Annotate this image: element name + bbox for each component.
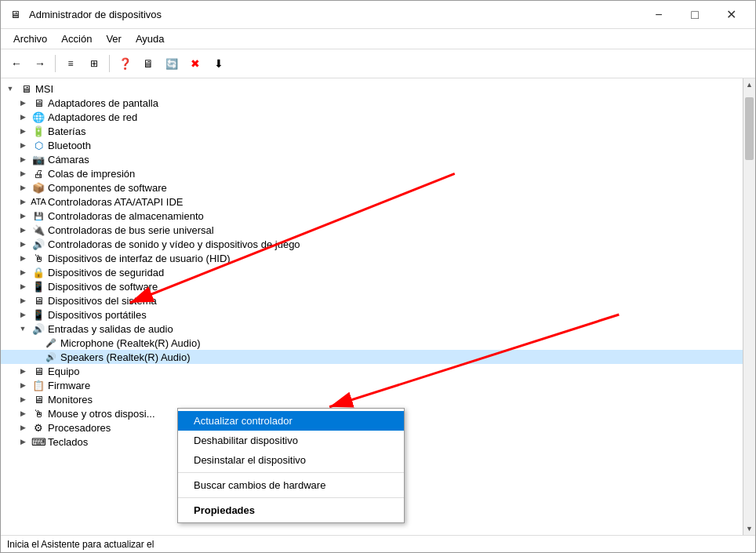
expand-icon[interactable]: ▶ [16, 379, 29, 391]
tree-root[interactable]: ▼ 🖥 MSI [1, 82, 743, 96]
list-item[interactable]: ▼ 🔊 Entradas y salidas de audio [1, 322, 743, 336]
list-item[interactable]: ▶ 🌐 Adaptadores de red [1, 110, 743, 124]
expand-icon[interactable]: ▶ [16, 252, 29, 264]
expand-icon[interactable]: ▶ [16, 407, 29, 420]
expand-icon[interactable]: ▶ [16, 308, 29, 321]
expand-icon[interactable]: ▶ [16, 181, 29, 194]
list-item[interactable]: ▶ 📷 Cámaras [1, 152, 743, 166]
item-label: Dispositivos portátiles [48, 309, 147, 321]
list-item[interactable]: ▶ 🔊 Controladoras de sonido y vídeo y di… [1, 237, 743, 251]
list-item[interactable]: ▶ 🖥 Adaptadores de pantalla [1, 96, 743, 110]
minimize-button[interactable]: − [641, 3, 677, 27]
device-manager-window: 🖥 Administrador de dispositivos − □ ✕ Ar… [0, 0, 756, 553]
list-item[interactable]: ▶ 📱 Dispositivos portátiles [1, 307, 743, 322]
list-item[interactable]: ▶ 🖥 Dispositivos del sistema [1, 293, 743, 307]
expand-icon[interactable]: ▶ [16, 111, 29, 123]
item-icon: ATA [32, 195, 45, 208]
expand-icon[interactable]: ▶ [16, 393, 29, 406]
list-item[interactable]: ▶ ATA Controladoras ATA/ATAPI IDE [1, 195, 743, 209]
item-label: Controladoras de sonido y vídeo y dispos… [48, 238, 300, 250]
maximize-button[interactable]: □ [677, 3, 713, 27]
expand-icon[interactable]: ▶ [16, 167, 29, 180]
item-label: Bluetooth [48, 140, 91, 151]
forward-button[interactable]: → [29, 53, 51, 75]
item-icon: 🖱 [32, 252, 45, 264]
vertical-scrollbar[interactable]: ▲ ▼ [743, 78, 755, 535]
list-item[interactable]: 🎤 Microphone (Realtek(R) Audio) [1, 336, 743, 350]
item-icon: 💾 [32, 209, 45, 222]
item-icon: 🔊 [45, 351, 57, 363]
expand-icon[interactable]: ▶ [16, 266, 29, 278]
toolbar-btn-help[interactable]: ❓ [114, 53, 136, 75]
scroll-down-arrow[interactable]: ▼ [743, 522, 755, 535]
expand-icon[interactable]: ▶ [16, 153, 29, 166]
item-label: Adaptadores de red [48, 111, 137, 123]
menu-ayuda[interactable]: Ayuda [129, 31, 171, 47]
ctx-disable-device[interactable]: Deshabilitar dispositivo [178, 431, 404, 450]
list-item[interactable]: ▶ 🖱 Dispositivos de interfaz de usuario … [1, 251, 743, 265]
expand-icon[interactable]: ▶ [16, 294, 29, 307]
item-label: Baterías [48, 126, 85, 137]
expand-icon[interactable]: ▶ [16, 139, 29, 151]
ctx-properties-label[interactable]: Propiedades [178, 500, 404, 520]
expand-icon[interactable]: ▶ [16, 224, 29, 236]
list-item[interactable]: ▶ 🖨 Colas de impresión [1, 166, 743, 180]
item-icon: 📱 [32, 280, 45, 293]
ctx-scan-hardware[interactable]: Buscar cambios de hardware [178, 475, 404, 495]
expand-icon[interactable]: ▶ [16, 280, 29, 293]
close-button[interactable]: ✕ [713, 3, 749, 27]
toolbar-btn-grid[interactable]: ⊞ [83, 53, 105, 75]
ctx-update-driver[interactable]: Actualizar controlador [178, 411, 404, 431]
list-item[interactable]: ▶ ⬡ Bluetooth [1, 138, 743, 152]
list-item[interactable]: ▶ 📋 Firmware [1, 378, 743, 392]
root-icon: 🖥 [20, 82, 32, 95]
expand-icon[interactable]: ▶ [16, 195, 29, 208]
device-tree[interactable]: ▼ 🖥 MSI ▶ 🖥 Adaptadores de pantalla ▶ 🌐 … [1, 78, 743, 535]
item-label: Teclados [48, 436, 88, 448]
item-label: Entradas y salidas de audio [48, 323, 173, 335]
expand-icon[interactable]: ▶ [16, 209, 29, 222]
item-label: Dispositivos de software [48, 281, 158, 293]
scroll-thumb[interactable] [745, 97, 754, 160]
menu-ver[interactable]: Ver [100, 31, 128, 47]
expand-icon[interactable]: ▶ [16, 96, 29, 109]
item-icon: 📷 [32, 153, 45, 166]
list-item[interactable]: ▶ 🔒 Dispositivos de seguridad [1, 265, 743, 279]
toolbar-sep-2 [109, 55, 110, 72]
expand-icon[interactable]: ▼ [16, 322, 29, 335]
list-item[interactable]: ▶ 📦 Componentes de software [1, 180, 743, 195]
expand-icon[interactable]: ▶ [16, 365, 29, 377]
toolbar-btn-list[interactable]: ≡ [60, 53, 82, 75]
toolbar-btn-remove[interactable]: ✖ [184, 53, 206, 75]
menu-accion[interactable]: Acción [55, 31, 98, 47]
expand-icon[interactable]: ▶ [16, 435, 29, 448]
item-icon: 🖥 [32, 96, 45, 109]
back-button[interactable]: ← [5, 53, 27, 75]
toolbar-btn-update[interactable]: 🔄 [161, 53, 183, 75]
expand-icon[interactable]: ▶ [16, 125, 29, 137]
list-item[interactable]: ▶ 💾 Controladoras de almacenamiento [1, 209, 743, 223]
list-item[interactable]: ▶ 🔌 Controladoras de bus serie universal [1, 223, 743, 237]
list-item[interactable]: ▶ 🖥 Equipo [1, 364, 743, 378]
toolbar-btn-download[interactable]: ⬇ [208, 53, 230, 75]
item-label: Dispositivos de interfaz de usuario (HID… [48, 253, 231, 264]
item-icon: 🎤 [45, 337, 57, 349]
scroll-up-arrow[interactable]: ▲ [743, 78, 755, 91]
item-icon: 🔋 [32, 125, 45, 137]
menu-archivo[interactable]: Archivo [7, 31, 53, 47]
expand-icon[interactable]: ▶ [16, 238, 29, 250]
app-icon: 🖥 [10, 9, 23, 21]
window-title: Administrador de dispositivos [29, 9, 162, 20]
list-item[interactable]: ▶ 🖥 Monitores [1, 392, 743, 406]
window-controls: − □ ✕ [641, 3, 749, 27]
item-icon: 📋 [32, 379, 45, 391]
ctx-uninstall-device[interactable]: Desinstalar el dispositivo [178, 450, 404, 470]
expand-icon [29, 337, 42, 349]
root-expand-icon[interactable]: ▼ [4, 82, 16, 95]
list-item[interactable]: 🔊 Speakers (Realtek(R) Audio) [1, 350, 743, 364]
toolbar-btn-monitor[interactable]: 🖥 [137, 53, 159, 75]
item-icon: 🔊 [32, 322, 45, 335]
list-item[interactable]: ▶ 📱 Dispositivos de software [1, 279, 743, 293]
expand-icon[interactable]: ▶ [16, 421, 29, 434]
list-item[interactable]: ▶ 🔋 Baterías [1, 124, 743, 138]
